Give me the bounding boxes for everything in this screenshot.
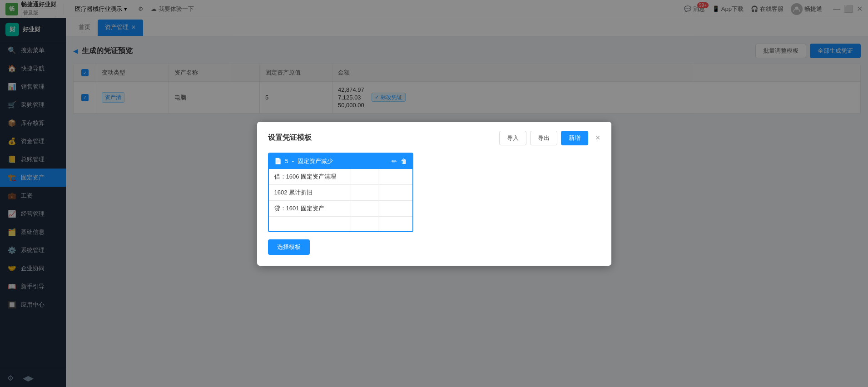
template-edit-icon[interactable]: ✏ xyxy=(392,158,397,165)
template-row-0: 借：1606 固定资产清理 xyxy=(269,169,412,185)
template-row-3 xyxy=(269,217,412,231)
template-delete-icon[interactable]: 🗑 xyxy=(401,158,407,165)
dialog-title: 设置凭证模板 xyxy=(268,133,312,143)
template-separator: - xyxy=(292,158,294,164)
template-name: 固定资产减少 xyxy=(298,157,333,165)
template-row-2: 贷：1601 固定资产 xyxy=(269,201,412,217)
template-row-1: 1602 累计折旧 xyxy=(269,185,412,201)
dialog-close-icon[interactable]: × xyxy=(595,133,600,143)
template-id: 5 xyxy=(285,158,288,164)
export-button[interactable]: 导出 xyxy=(530,131,557,145)
template-card: 📄 5 - 固定资产减少 ✏ 🗑 xyxy=(268,153,413,232)
select-template-button[interactable]: 选择模板 xyxy=(268,239,310,255)
template-doc-icon: 📄 xyxy=(274,158,282,164)
dialog-overlay: 设置凭证模板 导入 导出 新增 × xyxy=(66,18,868,387)
dialog-set-template: 设置凭证模板 导入 导出 新增 × xyxy=(257,122,611,266)
import-button[interactable]: 导入 xyxy=(499,131,526,145)
new-button[interactable]: 新增 xyxy=(561,131,588,145)
